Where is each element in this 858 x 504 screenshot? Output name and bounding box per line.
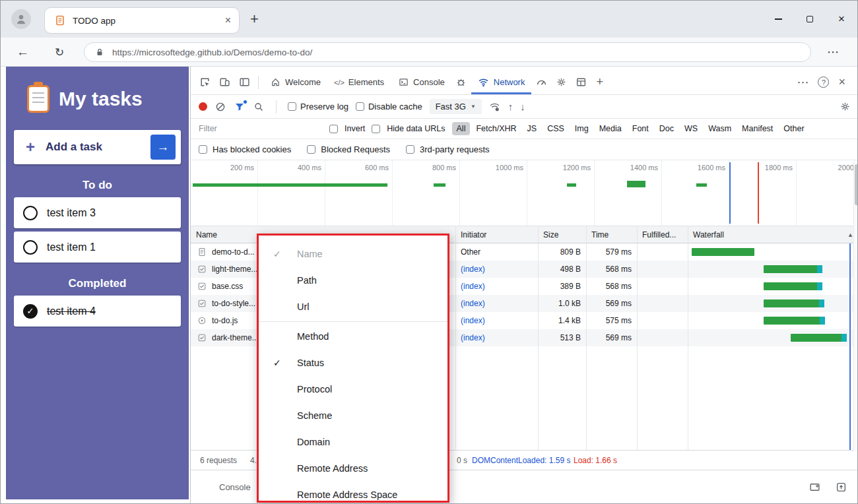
activity-bar-icon[interactable] <box>234 73 254 92</box>
add-panel-icon[interactable]: + <box>591 75 609 89</box>
url-field[interactable]: https://microsoftedge.github.io/Demos/de… <box>84 42 811 62</box>
filter-funnel-icon[interactable] <box>234 101 246 113</box>
filter-input[interactable]: Filter <box>199 124 323 133</box>
device-toolbar-icon[interactable] <box>214 73 234 92</box>
third-party-checkbox[interactable] <box>406 145 414 154</box>
blocked-requests-label: Blocked Requests <box>321 144 390 154</box>
filter-chip-wasm[interactable]: Wasm <box>704 122 736 135</box>
filter-chip-img[interactable]: Img <box>570 122 593 135</box>
browser-menu-icon[interactable]: ⋯ <box>827 38 839 67</box>
filter-chip-ws[interactable]: WS <box>680 122 702 135</box>
task-item-completed[interactable]: ✓ test item 4 <box>14 296 181 327</box>
request-initiator[interactable]: (index) <box>455 295 538 312</box>
task-item[interactable]: test item 1 <box>14 232 181 263</box>
column-divider[interactable] <box>538 226 539 450</box>
drawer-dock-icon[interactable] <box>808 482 820 493</box>
request-initiator[interactable]: (index) <box>455 312 538 329</box>
load-text: Load: 1.66 s <box>574 456 617 465</box>
timeline-tick: 1400 ms <box>630 164 661 172</box>
request-initiator[interactable]: (index) <box>455 329 538 346</box>
back-button[interactable]: ← <box>16 38 29 67</box>
network-settings-gear-icon[interactable] <box>839 101 851 113</box>
maximize-button[interactable] <box>794 1 826 38</box>
new-tab-button[interactable]: + <box>250 11 259 27</box>
add-task-control[interactable]: + Add a task → <box>14 130 181 164</box>
tab-welcome[interactable]: Welcome <box>263 70 327 94</box>
close-button[interactable]: × <box>826 1 857 38</box>
inspect-icon[interactable] <box>195 73 214 92</box>
column-header-waterfall[interactable]: Waterfall ▲ <box>688 226 858 243</box>
column-divider[interactable] <box>637 226 638 450</box>
vertical-scrollbar[interactable] <box>853 161 858 451</box>
disable-cache-checkbox[interactable] <box>356 102 364 111</box>
column-header-fulfilled[interactable]: Fulfilled... <box>637 226 688 243</box>
search-icon[interactable] <box>253 101 265 113</box>
menu-item-url[interactable]: Url <box>259 294 447 320</box>
blocked-cookies-label: Has blocked cookies <box>213 144 291 154</box>
column-header-size[interactable]: Size <box>538 226 586 243</box>
task-checkbox[interactable] <box>23 240 38 255</box>
scrollbar-thumb[interactable] <box>855 164 858 205</box>
menu-item-status[interactable]: ✓ Status <box>259 350 447 376</box>
help-icon[interactable]: ? <box>818 77 829 88</box>
invert-checkbox[interactable] <box>329 125 338 133</box>
record-button[interactable] <box>199 102 207 111</box>
bug-icon[interactable] <box>451 73 471 92</box>
filter-chip-js[interactable]: JS <box>523 122 542 135</box>
hide-data-urls-checkbox[interactable] <box>372 125 380 133</box>
network-conditions-icon[interactable] <box>489 101 501 113</box>
browser-window: TODO app × + × ← ↻ https://microsoftedge… <box>0 0 858 504</box>
drawer-tab-console[interactable]: Console <box>219 482 251 492</box>
tab-close-icon[interactable]: × <box>225 15 231 26</box>
blocked-cookies-checkbox[interactable] <box>199 145 207 154</box>
close-devtools-icon[interactable]: × <box>833 75 851 89</box>
filter-chip-doc[interactable]: Doc <box>655 122 678 135</box>
expand-drawer-icon[interactable] <box>835 482 847 493</box>
request-initiator[interactable]: (index) <box>455 278 538 295</box>
network-overview-timeline[interactable]: 200 ms 400 ms 600 ms 800 ms 1000 ms 1200… <box>191 160 858 226</box>
column-divider[interactable] <box>455 226 456 450</box>
task-item[interactable]: test item 3 <box>14 197 181 228</box>
menu-item-path[interactable]: Path <box>259 267 447 294</box>
filter-chip-other[interactable]: Other <box>779 122 808 135</box>
throttling-select[interactable]: Fast 3G ▼ <box>430 99 482 114</box>
performance-gauge-icon[interactable] <box>531 73 551 92</box>
menu-item-method[interactable]: Method <box>259 323 447 350</box>
menu-item-remote-address[interactable]: Remote Address <box>259 455 447 482</box>
request-fulfilled <box>637 243 688 261</box>
task-checkbox-checked[interactable]: ✓ <box>23 304 38 319</box>
column-divider[interactable] <box>586 226 587 450</box>
submit-task-button[interactable]: → <box>150 135 176 160</box>
filter-chip-font[interactable]: Font <box>628 122 653 135</box>
minimize-button[interactable] <box>762 1 794 38</box>
import-har-icon[interactable]: ↑ <box>508 101 513 112</box>
export-har-icon[interactable]: ↓ <box>520 101 525 112</box>
refresh-button[interactable]: ↻ <box>55 38 64 67</box>
filter-chip-media[interactable]: Media <box>595 122 626 135</box>
profile-avatar[interactable] <box>11 9 31 29</box>
request-initiator[interactable]: (index) <box>455 261 538 278</box>
overflow-menu-icon[interactable]: ⋯ <box>791 75 814 90</box>
filter-chip-all[interactable]: All <box>452 122 471 135</box>
tab-elements[interactable]: </> Elements <box>327 70 391 94</box>
menu-item-remote-address-space[interactable]: Remote Address Space <box>259 482 447 503</box>
column-divider[interactable] <box>688 226 688 450</box>
task-checkbox[interactable] <box>23 206 38 220</box>
filter-chip-manifest[interactable]: Manifest <box>737 122 777 135</box>
menu-item-domain[interactable]: Domain <box>259 429 447 455</box>
blocked-requests-checkbox[interactable] <box>307 145 315 154</box>
gear-icon[interactable] <box>551 73 571 92</box>
filter-chip-fetch-xhr[interactable]: Fetch/XHR <box>471 122 521 135</box>
tab-network[interactable]: Network <box>471 70 532 94</box>
layout-panel-icon[interactable] <box>571 73 591 92</box>
filter-chip-css[interactable]: CSS <box>543 122 569 135</box>
menu-item-scheme[interactable]: Scheme <box>259 402 447 429</box>
clear-button[interactable] <box>214 101 226 113</box>
menu-item-protocol[interactable]: Protocol <box>259 376 447 402</box>
tab-title: TODO app <box>73 16 218 26</box>
tab-console[interactable]: Console <box>391 70 451 94</box>
browser-tab[interactable]: TODO app × <box>44 7 240 34</box>
preserve-log-checkbox[interactable] <box>288 102 296 111</box>
column-header-time[interactable]: Time <box>586 226 637 243</box>
column-header-initiator[interactable]: Initiator <box>455 226 538 243</box>
